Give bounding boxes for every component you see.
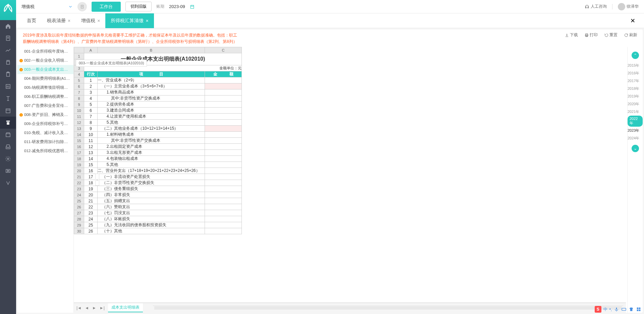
user-menu[interactable]: 徐泽华 xyxy=(618,3,639,10)
calendar-icon[interactable] xyxy=(190,4,195,9)
tab-close-icon[interactable]: × xyxy=(97,18,100,23)
nav-tax-icon[interactable] xyxy=(0,117,16,129)
ime-punct-icon[interactable]: •ˌ xyxy=(609,307,612,312)
table-row[interactable]: 1511 其中:非货币性资产交换成本 xyxy=(74,138,242,144)
nav-settings-icon[interactable] xyxy=(0,153,16,165)
svg-point-12 xyxy=(7,158,9,160)
download-button[interactable]: 下载 xyxy=(565,32,578,38)
log-button[interactable] xyxy=(77,2,87,11)
list-item[interactable]: 001-企业所得税年度纳税申... xyxy=(17,47,73,56)
tab-增值税[interactable]: 增值税× xyxy=(76,13,105,28)
spreadsheet-pane: 003-一般企业成本支出明细表(A102010) ABC1一般企业成本支出明细表… xyxy=(74,47,626,313)
list-item[interactable]: !003-一般企业成本支出明细... xyxy=(17,65,73,74)
list-item[interactable]: 007-广告费和业务宣传费跨... xyxy=(17,101,73,110)
table-row[interactable]: 1713 3.出租无形资产成本 xyxy=(74,150,242,156)
ime-lang[interactable]: 中 xyxy=(603,307,607,312)
refresh-button[interactable]: 刷新 xyxy=(624,32,637,38)
year-up-button[interactable]: ⌃ xyxy=(632,52,639,59)
year-2019年[interactable]: 2019年 xyxy=(628,92,643,100)
table-row[interactable]: 117 4.让渡资产使用权成本 xyxy=(74,114,242,120)
nav-doc-icon[interactable] xyxy=(0,32,16,44)
list-item[interactable]: 012-减免所得税优惠明细表(... xyxy=(17,146,73,155)
table-row[interactable]: 1410 1.材料销售成本 xyxy=(74,132,242,138)
nav-money-icon[interactable] xyxy=(0,56,16,68)
table-row[interactable]: 106 3.建造合同成本 xyxy=(74,108,242,114)
table-row[interactable]: 2319 （三）债务重组损失 xyxy=(74,186,242,192)
sheet-nav-prev[interactable]: ◄ xyxy=(85,306,89,310)
nav-video-icon[interactable] xyxy=(0,165,16,177)
nav-font-icon[interactable] xyxy=(0,92,16,105)
nav-v-icon[interactable] xyxy=(0,177,16,189)
table-row[interactable]: 2420 （四）非常损失 xyxy=(74,192,242,198)
main-dropdown[interactable]: 增值税 xyxy=(21,4,73,10)
tab-close-icon[interactable]: × xyxy=(68,18,70,23)
table-row[interactable]: 128 5.其他 xyxy=(74,120,242,126)
nav-clipboard-icon[interactable] xyxy=(0,68,16,80)
table-row[interactable]: 1814 4.包装物出租成本 xyxy=(74,156,242,162)
year-2023年[interactable]: 2023年 xyxy=(628,127,643,134)
year-2016年[interactable]: 2016年 xyxy=(628,69,643,77)
sheet-nav-next[interactable]: ► xyxy=(92,306,96,310)
table-row[interactable]: 2824 （八）坏账损失 xyxy=(74,216,242,222)
year-2021年[interactable]: 2021年 xyxy=(628,108,643,116)
table-row[interactable]: 62 （一）主营业务成本（3+5+6+7+8） xyxy=(74,83,242,89)
ime-tool-icon[interactable] xyxy=(636,307,641,312)
nav-inbox-icon[interactable] xyxy=(0,141,16,153)
table-row[interactable]: 2723 （七）罚没支出 xyxy=(74,210,242,216)
reset-button[interactable]: 重置 xyxy=(604,32,618,38)
table-row[interactable]: 1915 5.其他 xyxy=(74,162,242,168)
sheet-scroll[interactable]: ABC1一般企业成本支出明细表(A102010)23金额单位：元4行次项 目金 … xyxy=(74,47,626,303)
tab-税表清册[interactable]: 税表清册× xyxy=(42,13,76,28)
table-row[interactable]: 95 2.提供劳务成本 xyxy=(74,102,242,108)
tab-首页[interactable]: 首页 xyxy=(21,13,42,28)
year-2017年[interactable]: 2017年 xyxy=(628,77,643,85)
table-row[interactable]: 2521 （五）捐赠支出 xyxy=(74,198,242,204)
table-row[interactable]: 139 （二）其他业务成本（10+12+13+14+15） xyxy=(74,126,242,132)
sheet-nav-first[interactable]: |◄ xyxy=(76,306,82,310)
table-row[interactable]: 73 1.销售商品成本 xyxy=(74,89,242,96)
nav-chart-icon[interactable] xyxy=(0,44,16,56)
sheet-nav-last[interactable]: ►| xyxy=(100,306,105,310)
table-row[interactable]: 2622 （六）赞助支出 xyxy=(74,204,242,210)
tab-所得税汇算清缴[interactable]: 所得税汇算清缴× xyxy=(105,13,154,28)
year-2022年[interactable]: 2022年 xyxy=(628,116,643,127)
table-row[interactable]: 3026 （十）其他 xyxy=(74,228,242,234)
list-item[interactable]: 006-职工薪酬纳税调整明细... xyxy=(17,92,73,101)
table-row[interactable]: 2925 （九）无法收回的债券股权投资损失 xyxy=(74,222,242,228)
list-item[interactable]: 009-企业所得税弥补亏损明... xyxy=(17,119,73,128)
year-2024年[interactable]: 2024年 xyxy=(628,134,643,142)
list-item[interactable]: !008-资产折旧、摊销及纳税... xyxy=(17,110,73,119)
year-down-button[interactable]: ⌄ xyxy=(632,145,639,152)
collapse-handle[interactable]: ‹‹ xyxy=(95,174,99,186)
nav-archive-icon[interactable] xyxy=(0,129,16,141)
list-item[interactable]: 011-研发费用加计扣除优惠... xyxy=(17,137,73,146)
ime-keyboard-icon[interactable] xyxy=(621,307,627,312)
tab-close-icon[interactable]: × xyxy=(146,18,148,23)
list-item[interactable]: 004-期间费用明细表(A1040... xyxy=(17,74,73,83)
ime-skin-icon[interactable] xyxy=(629,307,634,312)
consult-link[interactable]: 人工咨询 xyxy=(585,4,607,9)
nav-home-icon[interactable] xyxy=(0,20,16,32)
workbench-button[interactable]: 工作台 xyxy=(92,2,121,12)
year-2018年[interactable]: 2018年 xyxy=(628,85,643,92)
spreadsheet[interactable]: ABC1一般企业成本支出明细表(A102010)23金额单位：元4行次项 目金 … xyxy=(74,47,242,234)
ime-mic-icon[interactable] xyxy=(614,307,619,312)
table-row[interactable]: 2016二、营业外支出（17+18+19+20+21+22+23+24+25+2… xyxy=(74,168,242,174)
table-row[interactable]: 1612 2.出租固定资产成本 xyxy=(74,144,242,150)
nav-calendar-icon[interactable] xyxy=(0,105,16,117)
switch-old-button[interactable]: 切到旧版 xyxy=(125,2,152,11)
sheet-tab-active[interactable]: 成本支出明细表 xyxy=(108,303,143,312)
list-item[interactable]: !002-一般企业收入明细表(A... xyxy=(17,56,73,65)
period-value[interactable]: 2023-09 xyxy=(169,4,185,9)
year-2020年[interactable]: 2020年 xyxy=(628,100,643,108)
list-item[interactable]: 010-免税、减计收入及加计... xyxy=(17,128,73,137)
h-scrollbar[interactable] xyxy=(153,306,623,310)
ime-logo-icon[interactable]: S xyxy=(595,306,601,313)
nav-report-icon[interactable] xyxy=(0,80,16,92)
table-row[interactable]: 51一、营业成本（2+9） xyxy=(74,77,242,83)
close-all-tabs[interactable]: ✕ xyxy=(627,17,639,24)
year-2015年[interactable]: 2015年 xyxy=(628,62,643,69)
print-button[interactable]: 打印 xyxy=(585,32,598,38)
list-item[interactable]: 005-纳税调整项目明细表(A1... xyxy=(17,83,73,92)
table-row[interactable]: 84 其中:非货币性资产交换成本 xyxy=(74,96,242,102)
